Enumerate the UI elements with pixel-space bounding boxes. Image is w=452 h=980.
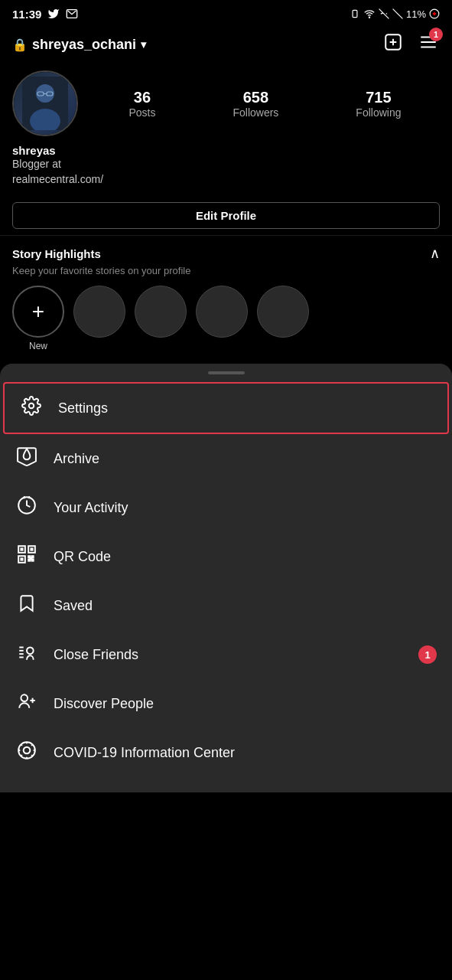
menu-item-your-activity[interactable]: Your Activity (0, 483, 452, 532)
svg-line-3 (379, 9, 389, 19)
highlights-section: Story Highlights ∧ Keep your favorite st… (0, 235, 452, 358)
header-username-area[interactable]: 🔒 shreyas_ochani ▾ (12, 37, 146, 53)
posts-count: 36 (134, 89, 151, 106)
new-highlight-label: New (29, 341, 47, 351)
svg-line-4 (393, 9, 403, 19)
vibrate-icon (350, 8, 360, 19)
signal2-icon (392, 8, 403, 19)
covid-icon (15, 740, 38, 765)
highlight-item-2[interactable] (135, 286, 187, 351)
highlight-new[interactable]: + New (12, 286, 64, 351)
menu-item-close-friends[interactable]: Close Friends 1 (0, 630, 452, 679)
svg-rect-25 (31, 549, 32, 550)
following-stat[interactable]: 715 Following (356, 89, 401, 119)
twitter-icon (47, 8, 60, 20)
highlights-row: + New (12, 286, 440, 351)
archive-label: Archive (54, 451, 99, 467)
menu-item-qr-code[interactable]: QR Code (0, 532, 452, 581)
header: 🔒 shreyas_ochani ▾ 1 (0, 28, 452, 64)
gmail-icon (66, 8, 78, 20)
bio-line2: realmecentral.com/ (12, 173, 103, 185)
saved-icon (15, 593, 38, 618)
discover-icon (15, 691, 38, 716)
lock-icon: 🔒 (12, 38, 28, 52)
saved-label: Saved (54, 598, 93, 614)
bottom-sheet: Settings Archive Your Activity (0, 364, 452, 792)
plus-icon: + (32, 299, 44, 324)
new-highlight-circle[interactable]: + (12, 286, 64, 338)
battery-text: 11% (406, 8, 426, 20)
settings-label: Settings (58, 400, 108, 416)
svg-point-42 (24, 747, 31, 754)
covid-label: COVID-19 Information Center (54, 745, 235, 761)
profile-section: 36 Posts 658 Followers 715 Following shr… (0, 64, 452, 196)
highlight-circle-3[interactable] (196, 286, 248, 338)
header-actions: 1 (382, 31, 440, 58)
add-icon (383, 32, 403, 52)
menu-item-discover-people[interactable]: Discover People (0, 679, 452, 728)
status-bar: 11:39 11% (0, 0, 452, 28)
discover-label: Discover People (54, 696, 154, 712)
followers-count: 658 (243, 89, 268, 106)
avatar[interactable] (12, 70, 78, 136)
time: 11:39 (12, 8, 41, 21)
highlight-item-1[interactable] (73, 286, 125, 351)
settings-icon (20, 396, 43, 420)
profile-info: shreyas Blogger at realmecentral.com/ (12, 144, 440, 187)
highlights-collapse-button[interactable]: ∧ (430, 245, 440, 262)
archive-icon (15, 446, 38, 471)
add-post-button[interactable] (382, 31, 405, 58)
username-text: shreyas_ochani (32, 37, 136, 53)
profile-stats-row: 36 Posts 658 Followers 715 Following (12, 70, 440, 136)
followers-stat[interactable]: 658 Followers (233, 89, 278, 119)
close-friends-icon (15, 642, 38, 667)
profile-bio: Blogger at realmecentral.com/ (12, 157, 440, 187)
dropdown-chevron-icon: ▾ (141, 38, 146, 51)
posts-stat[interactable]: 36 Posts (128, 89, 155, 119)
qr-label: QR Code (54, 549, 111, 565)
svg-rect-26 (21, 559, 22, 560)
highlight-circle-2[interactable] (135, 286, 187, 338)
highlights-subtitle: Keep your favorite stories on your profi… (12, 265, 440, 276)
handle-bar (208, 371, 245, 374)
menu-item-archive[interactable]: Archive (0, 434, 452, 483)
close-friends-badge: 1 (418, 645, 437, 664)
battery-icon (429, 8, 440, 19)
following-label: Following (356, 106, 401, 119)
svg-line-47 (21, 745, 22, 746)
edit-profile-button[interactable]: Edit Profile (12, 202, 440, 229)
svg-line-49 (21, 755, 22, 756)
highlight-circle-4[interactable] (257, 286, 309, 338)
signal1-icon (379, 8, 389, 19)
avatar-svg (22, 77, 68, 130)
status-left: 11:39 (12, 8, 78, 21)
followers-label: Followers (233, 106, 278, 119)
svg-rect-1 (353, 10, 357, 17)
stats-container: 36 Posts 658 Followers 715 Following (90, 89, 440, 119)
wifi-icon (363, 8, 376, 19)
svg-point-2 (369, 17, 369, 18)
avatar-image (14, 72, 76, 135)
svg-rect-24 (21, 549, 22, 550)
svg-point-38 (21, 695, 28, 702)
highlights-title: Story Highlights (12, 247, 101, 260)
svg-line-48 (31, 755, 33, 756)
menu-button[interactable]: 1 (417, 31, 440, 58)
highlight-item-3[interactable] (196, 286, 248, 351)
bio-line1: Blogger at (12, 158, 61, 170)
highlight-circle-1[interactable] (73, 286, 125, 338)
profile-name: shreyas (12, 144, 440, 157)
menu-item-settings[interactable]: Settings (3, 382, 449, 434)
menu-item-saved[interactable]: Saved (0, 581, 452, 630)
qr-icon (15, 544, 38, 569)
highlights-header: Story Highlights ∧ (12, 245, 440, 262)
svg-rect-32 (30, 558, 31, 560)
svg-point-18 (29, 403, 34, 409)
highlight-item-4[interactable] (257, 286, 309, 351)
svg-line-50 (31, 745, 33, 746)
drawer-handle (0, 364, 452, 382)
close-friends-label: Close Friends (54, 647, 138, 663)
activity-icon (15, 495, 38, 520)
menu-item-covid[interactable]: COVID-19 Information Center (0, 728, 452, 777)
activity-label: Your Activity (54, 500, 128, 516)
